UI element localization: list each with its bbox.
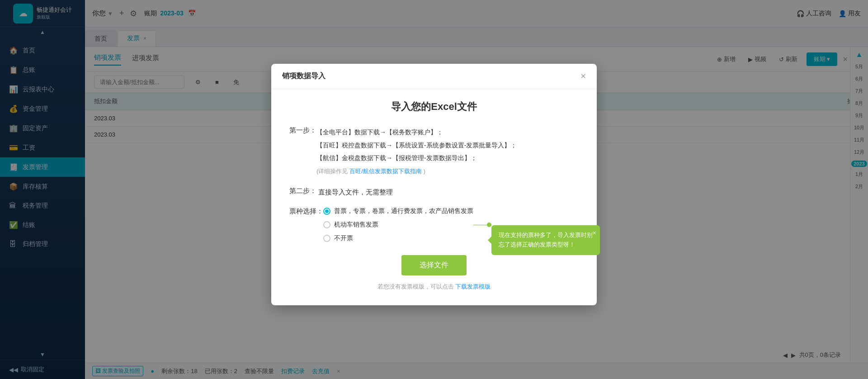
step1-line2: 【百旺】税控盘数据下载→【系统设置-系统参数设置-发票批量导入】；: [316, 139, 517, 152]
step1-label: 第一步：: [289, 126, 316, 175]
step1-link-container: (详细操作见 百旺/航信发票数据下载指南 ): [316, 165, 517, 177]
radio-1: [323, 208, 330, 215]
ticket-options: 普票，专票，卷票，通行费发票，农产品销售发票 机动车销售发票: [323, 208, 473, 248]
ticket-select: 票种选择： 普票，专票，卷票，通行费发票，农产品销售发票 机动车销售发票: [289, 208, 579, 248]
step1-line1: 【全电平台】数据下载→【税务数字账户】；: [316, 126, 517, 138]
download-template-link[interactable]: 下载发票模版: [455, 284, 491, 290]
tooltip-text: 现在支持的票种多了，导入发票时别忘了选择正确的发票类型呀！: [499, 232, 593, 248]
ticket-option-1[interactable]: 普票，专票，卷票，通行费发票，农产品销售发票: [323, 208, 473, 216]
select-file-button[interactable]: 选择文件: [401, 256, 467, 276]
ticket-label-1: 普票，专票，卷票，通行费发票，农产品销售发票: [334, 208, 473, 216]
step-1: 第一步： 【全电平台】数据下载→【税务数字账户】； 【百旺】税控盘数据下载→【系…: [289, 126, 579, 178]
ticket-option-3[interactable]: 不开票: [323, 235, 473, 243]
step1-content: 【全电平台】数据下载→【税务数字账户】； 【百旺】税控盘数据下载→【系统设置-系…: [316, 126, 517, 178]
modal-body: 导入您的Excel文件 第一步： 【全电平台】数据下载→【税务数字账户】； 【百…: [271, 89, 597, 305]
step1-line3: 【航信】金税盘数据下载→【报税管理-发票数据导出】；: [316, 152, 517, 164]
tooltip-indicator: [473, 223, 491, 227]
step1-row: 第一步： 【全电平台】数据下载→【税务数字账户】； 【百旺】税控盘数据下载→【系…: [289, 126, 579, 178]
modal-close-btn[interactable]: ×: [580, 71, 586, 81]
ticket-label: 票种选择：: [289, 208, 323, 216]
modal-header: 销项数据导入 ×: [271, 64, 597, 89]
radio-3: [323, 235, 330, 242]
footer-text: 若您没有发票模版，可以点击: [377, 284, 454, 290]
radio-2: [323, 222, 330, 229]
modal-footer: 若您没有发票模版，可以点击 下载发票模版: [289, 283, 579, 291]
ticket-header-row: 票种选择： 普票，专票，卷票，通行费发票，农产品销售发票 机动车销售发票: [289, 208, 579, 248]
step2-text: 直接导入文件，无需整理: [318, 189, 393, 197]
modal-main-title: 导入您的Excel文件: [289, 100, 579, 114]
ticket-label-3: 不开票: [334, 235, 353, 243]
guide-link[interactable]: 百旺/航信发票数据下载指南: [349, 168, 422, 175]
tooltip-bubble: × 现在支持的票种多了，导入发票时别忘了选择正确的发票类型呀！: [491, 226, 600, 256]
step2-row: 第二步： 直接导入文件，无需整理: [289, 187, 579, 199]
ticket-option-2[interactable]: 机动车销售发票 × 现在支持的票种多了，导入发票时别忘了选择正确的发票类型呀！: [323, 221, 473, 229]
import-modal: 销项数据导入 × 导入您的Excel文件 第一步： 【全电平台】数据下载→【税务…: [271, 64, 597, 305]
modal-title: 销项数据导入: [282, 71, 326, 81]
ticket-label-2: 机动车销售发票: [334, 221, 378, 229]
tooltip-close-btn[interactable]: ×: [593, 228, 596, 238]
step2-label: 第二步：: [289, 187, 316, 196]
radio-dot-1: [325, 210, 329, 213]
step-2: 第二步： 直接导入文件，无需整理: [289, 187, 579, 199]
